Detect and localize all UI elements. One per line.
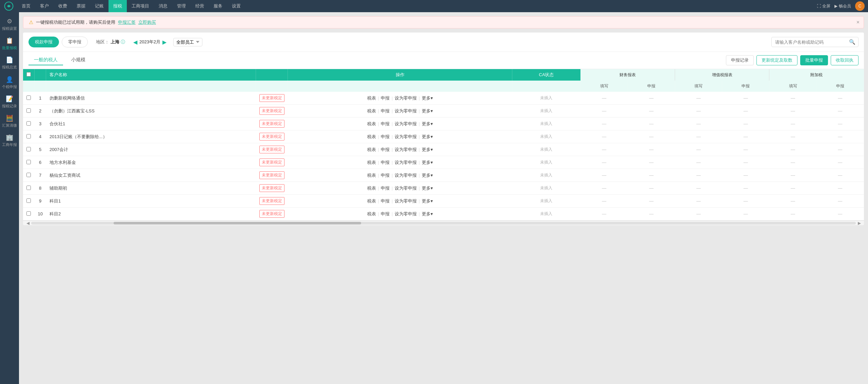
op-more-2[interactable]: 更多▾ (422, 121, 433, 126)
op-tax-table-9[interactable]: 税表 (367, 211, 376, 216)
op-tax-table-7[interactable]: 税表 (367, 186, 376, 191)
op-zero-4[interactable]: 设为零申报 (395, 147, 417, 152)
op-tax-table-1[interactable]: 税表 (367, 108, 376, 113)
info-icon[interactable]: ⓘ (121, 39, 125, 45)
sidebar-item-tax-settings[interactable]: ⚙ 报税设置 (1, 15, 18, 34)
op-zero-5[interactable]: 设为零申报 (395, 160, 417, 165)
row-check-5[interactable] (26, 160, 31, 164)
update-btn[interactable]: 更新统定及取数 (756, 55, 797, 65)
type-tab-general[interactable]: 一般的税人 (28, 55, 63, 65)
op-more-6[interactable]: 更多▾ (422, 173, 433, 178)
nav-invoice[interactable]: 票据 (72, 0, 90, 12)
row-check-8[interactable] (26, 198, 31, 203)
op-tax-table-5[interactable]: 税表 (367, 160, 376, 165)
row-ops-8: 税表 | 申报 | 设为零申报 | 更多▾ (288, 195, 512, 208)
fullscreen-btn[interactable]: ⛶ 全屏 (817, 3, 830, 9)
op-tax-table-0[interactable]: 税表 (367, 95, 376, 101)
sidebar-item-annual-settle[interactable]: 🧮 汇算清缴 (1, 112, 18, 130)
op-zero-0[interactable]: 设为零申报 (395, 95, 417, 101)
nav-tax[interactable]: 报税 (108, 0, 127, 12)
date-next-btn[interactable]: ▶ (162, 39, 166, 45)
op-zero-3[interactable]: 设为零申报 (395, 134, 417, 139)
type-tab-small[interactable]: 小规模 (66, 55, 91, 65)
op-report-8[interactable]: 申报 (381, 198, 390, 204)
search-button[interactable]: 🔍 (846, 37, 858, 47)
op-zero-9[interactable]: 设为零申报 (395, 211, 417, 216)
staff-select[interactable]: 全部员工 (173, 38, 202, 46)
op-tax-table-2[interactable]: 税表 (367, 121, 376, 126)
sidebar-item-batch-tax[interactable]: 📋 批量报税 (1, 34, 18, 53)
op-report-2[interactable]: 申报 (381, 121, 390, 126)
op-report-6[interactable]: 申报 (381, 173, 390, 178)
nav-management[interactable]: 管理 (172, 0, 191, 12)
date-prev-btn[interactable]: ◀ (133, 39, 137, 45)
record-btn[interactable]: 申报记录 (726, 55, 754, 65)
row-check-0[interactable] (26, 95, 31, 100)
toolbar-top: 税款申报 零申报 地区： 上海 ⓘ ◀ 2023年2月 ▶ 全部员工 (23, 33, 864, 52)
op-report-5[interactable]: 申报 (381, 160, 390, 165)
op-tax-table-8[interactable]: 税表 (367, 198, 376, 204)
op-tax-table-6[interactable]: 税表 (367, 173, 376, 178)
op-report-7[interactable]: 申报 (381, 186, 390, 191)
nav-business[interactable]: 工商项目 (127, 0, 154, 12)
row-check-6[interactable] (26, 173, 31, 177)
op-more-0[interactable]: 更多▾ (422, 95, 433, 101)
avatar[interactable]: C (855, 1, 865, 11)
fullscreen-icon: ⛶ (817, 4, 821, 8)
sidebar-item-personal-tax[interactable]: 👤 个税申报 (1, 73, 18, 92)
op-zero-7[interactable]: 设为零申报 (395, 186, 417, 191)
op-report-9[interactable]: 申报 (381, 211, 390, 216)
sidebar-item-tax-overview[interactable]: 📄 报税总览 (1, 54, 18, 72)
row-status-9: 未更新税定 (256, 208, 288, 220)
check-all[interactable] (26, 72, 31, 77)
row-check-9[interactable] (26, 211, 31, 216)
op-zero-1[interactable]: 设为零申报 (395, 108, 417, 113)
scrollbar-thumb[interactable] (114, 222, 361, 225)
nav-customer[interactable]: 客户 (35, 0, 54, 12)
tab-shenling[interactable]: 税款申报 (28, 37, 59, 47)
op-tax-table-4[interactable]: 税表 (367, 147, 376, 152)
member-btn[interactable]: ▶ 畅会员 (834, 3, 851, 9)
op-zero-6[interactable]: 设为零申报 (395, 173, 417, 178)
nav-operation[interactable]: 经营 (191, 0, 209, 12)
batch-report-btn[interactable]: 批量申报 (800, 55, 828, 65)
nav-fee[interactable]: 收费 (54, 0, 72, 12)
nav-message[interactable]: 消息 (154, 0, 172, 12)
op-more-8[interactable]: 更多▾ (422, 198, 433, 204)
row-check-2[interactable] (26, 121, 31, 126)
banner-link2[interactable]: 立即购买 (138, 19, 156, 25)
horizontal-scrollbar[interactable]: ◀ ▶ (23, 220, 864, 225)
op-tax-table-3[interactable]: 税表 (367, 134, 376, 139)
nav-bookkeeping[interactable]: 记账 (90, 0, 108, 12)
search-input[interactable] (772, 38, 846, 46)
sidebar-item-annual-report[interactable]: 🏢 工商年报 (1, 131, 18, 150)
op-report-4[interactable]: 申报 (381, 147, 390, 152)
sidebar-item-tax-records[interactable]: 📝 报税记录 (1, 92, 18, 111)
op-more-5[interactable]: 更多▾ (422, 160, 433, 165)
op-more-7[interactable]: 更多▾ (422, 186, 433, 191)
row-check-4[interactable] (26, 147, 31, 151)
nav-service[interactable]: 服务 (209, 0, 227, 12)
nav-home[interactable]: 首页 (17, 0, 35, 12)
op-report-3[interactable]: 申报 (381, 134, 390, 139)
op-more-9[interactable]: 更多▾ (422, 211, 433, 216)
banner-link1[interactable]: 申报汇签 (118, 19, 136, 25)
op-report-1[interactable]: 申报 (381, 108, 390, 113)
op-report-0[interactable]: 申报 (381, 95, 390, 101)
op-more-3[interactable]: 更多▾ (422, 134, 433, 139)
row-check-3[interactable] (26, 134, 31, 138)
row-report1-2: — (628, 118, 675, 130)
row-check-1[interactable] (26, 108, 31, 113)
collect-btn[interactable]: 收取回执 (831, 55, 859, 65)
op-more-4[interactable]: 更多▾ (422, 147, 433, 152)
row-check-7[interactable] (26, 186, 31, 190)
banner-close-icon[interactable]: × (856, 19, 860, 25)
nav-settings[interactable]: 设置 (227, 0, 245, 12)
op-zero-8[interactable]: 设为零申报 (395, 198, 417, 204)
tab-lingbao[interactable]: 零申报 (62, 37, 88, 47)
op-zero-2[interactable]: 设为零申报 (395, 121, 417, 126)
scrollbar-track[interactable] (31, 222, 856, 225)
op-more-1[interactable]: 更多▾ (422, 108, 433, 113)
scroll-right-btn[interactable]: ▶ (856, 221, 863, 226)
scroll-left-btn[interactable]: ◀ (24, 221, 31, 226)
